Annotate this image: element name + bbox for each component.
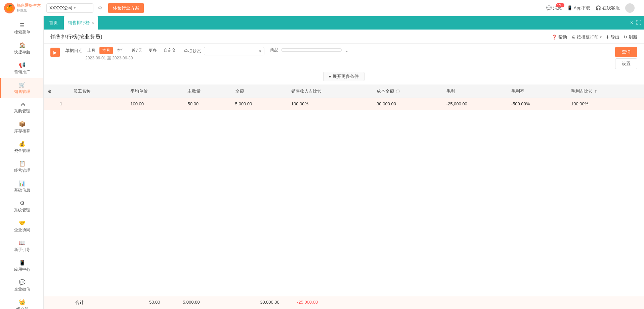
sidebar-label-quick-nav: 快捷导航 [14,49,30,55]
date-tab-last-7-days[interactable]: 近7天 [129,47,145,54]
goods-filter-label: 商品 [270,47,278,53]
td-revenue-pct: 100.00% [287,98,373,110]
message-badge: 99+ [556,3,564,7]
sidebar-item-purchase[interactable]: 🛍 采购管理 [0,98,43,117]
inventory-icon: 📦 [19,121,26,127]
top-bar-right: 💬 消息 99+ 📱 App下载 🎧 在线客服 [546,3,640,13]
date-tab-current-year[interactable]: 本年 [114,47,128,54]
message-icon: 💬 [546,5,552,10]
sidebar-item-app-center[interactable]: 📱 应用中心 [0,256,43,276]
date-tab-custom[interactable]: 自定义 [161,47,178,54]
chevron-down-icon: ▾ [74,6,76,10]
company-name: XXXXX公司 [49,5,73,11]
sidebar-item-sales[interactable]: 🛒 销售管理 [0,78,43,98]
app-download-label: App下载 [574,5,590,11]
th-name: 员工名称 [69,85,126,98]
tab-close-all-icon[interactable]: × [630,20,633,26]
sidebar-item-inventory[interactable]: 📦 库存核算 [0,117,43,137]
sidebar-item-search-orders[interactable]: ☰ 搜索菜单 [0,19,43,39]
trial-button[interactable]: 体验行业方案 [108,3,144,13]
date-tab-current-month[interactable]: 本月 [99,47,113,54]
sidebar-item-system[interactable]: ⚙ 系统管理 [0,197,43,216]
td-profit-pct: 100.00% [567,98,644,110]
print-label: 按模板打印 [577,34,599,40]
sidebar-item-wechat[interactable]: 💬 企业微信 [0,276,43,296]
th-rank [56,85,69,98]
operations-icon: 📋 [19,160,26,167]
sidebar-label-sales: 销售管理 [14,89,30,95]
tab-home-label: 首页 [49,20,58,26]
td-profit: -25,000.00 [442,98,507,110]
sidebar-item-member[interactable]: 👑 畅会员 [0,296,43,309]
td-settings [44,98,56,110]
expand-down-icon: ▾ [329,74,331,79]
sidebar-item-enterprise-collab[interactable]: 🤝 企业协同 [0,216,43,236]
search-orders-icon: ☰ [20,22,25,29]
top-bar: 🍊 畅康通好生意 标准版 XXXXX公司 ▾ ⚙ 体验行业方案 💬 消息 99+… [0,0,644,16]
tab-sales-ranking[interactable]: 销售排行榜 × [64,16,98,30]
sidebar-label-basic-info: 基础信息 [14,188,30,193]
settings-button[interactable]: 设置 [615,58,637,69]
online-support-button[interactable]: 🎧 在线客服 [596,5,620,11]
filter-bar: ▶ 单据日期 上月 本月 本年 近7天 更多 [44,44,644,85]
footer-amount: 5,000.00 [179,300,212,306]
sidebar-item-marketing[interactable]: 📢 营销推广 [0,58,43,78]
filter-toggle-button[interactable]: ▶ [50,48,60,57]
date-tab-last-month[interactable]: 上月 [85,47,98,54]
expand-conditions-button[interactable]: ▾ 展开更多条件 [323,72,364,81]
status-filter-group: 单据状态 ▾ [184,47,264,55]
footer-profit: -25,000.00 [293,300,327,306]
tab-home[interactable]: 首页 [44,16,63,30]
cost-info-icon[interactable]: ⓘ [396,89,400,93]
date-range-display: 2023-06-01 至 2023-06-30 [65,55,178,61]
sidebar-label-collab: 企业协同 [14,227,30,233]
headset-icon: 🎧 [596,5,601,10]
th-amount: 全额 [231,85,287,98]
top-settings-button[interactable]: ⚙ [95,3,105,13]
footer-revenue-pct [212,300,256,306]
td-name [69,98,126,110]
logo: 🍊 畅康通好生意 标准版 [4,3,41,13]
more-fields-button[interactable]: … [344,48,349,53]
message-button[interactable]: 💬 消息 99+ [546,5,562,11]
tab-close-button[interactable]: × [92,20,94,25]
footer-profit-rate [327,300,360,306]
expand-conditions-row: ▾ 展开更多条件 [50,72,637,81]
sidebar-item-basic-info[interactable]: 📊 基础信息 [0,177,43,197]
sidebar-item-finance[interactable]: 💰 资金管理 [0,137,43,157]
sidebar-item-quick-nav[interactable]: 🏠 快捷导航 [0,39,43,58]
app-download-button[interactable]: 📱 App下载 [567,5,590,11]
collab-icon: 🤝 [19,220,26,226]
sidebar-label-beginner: 新手引导 [14,247,30,253]
print-button[interactable]: 🖨 按模板打印 ▾ [571,34,602,40]
profit-pct-sort-icon[interactable]: ⬆ [594,89,597,93]
marketing-icon: 📢 [19,62,26,68]
goods-input[interactable] [281,48,342,52]
content-area: 首页 销售排行榜 × × ⛶ 销售排行榜(按业务员) [44,16,644,309]
th-profit: 毛利 [442,85,507,98]
sidebar-label-search-orders: 搜索菜单 [14,30,30,35]
beginner-icon: 📖 [19,240,26,246]
refresh-button[interactable]: ↻ 刷新 [624,34,637,40]
table-head: ⚙ 员工名称 平均单价 主数量 全额 销售收入占比% 成本全额 ⓘ [44,85,644,98]
sidebar-item-beginner[interactable]: 📖 新手引导 [0,236,43,256]
status-select[interactable]: ▾ [204,47,264,55]
footer-label: 合计 [71,300,112,306]
help-button[interactable]: ❓ 帮助 [552,34,567,40]
th-settings[interactable]: ⚙ [44,85,56,98]
sidebar-item-operations[interactable]: 📋 经营管理 [0,157,43,177]
avatar[interactable] [625,3,635,13]
th-profit-rate: 毛利率 [507,85,567,98]
sidebar-label-app-center: 应用中心 [14,267,30,272]
td-amount: 5,000.00 [231,98,287,110]
company-selector[interactable]: XXXXX公司 ▾ [46,3,93,13]
query-button[interactable]: 查询 [615,47,637,57]
export-button[interactable]: ⬇ 导出 [606,34,619,40]
tab-expand-icon[interactable]: ⛶ [636,20,641,26]
purchase-icon: 🛍 [19,101,25,107]
date-tabs: 上月 本月 本年 近7天 更多 自定义 [85,47,178,54]
sidebar-label-system: 系统管理 [14,207,30,213]
date-tab-more[interactable]: 更多 [146,47,160,54]
page-title: 销售排行榜(按业务员) [50,34,102,41]
sidebar-label-operations: 经营管理 [14,168,30,173]
